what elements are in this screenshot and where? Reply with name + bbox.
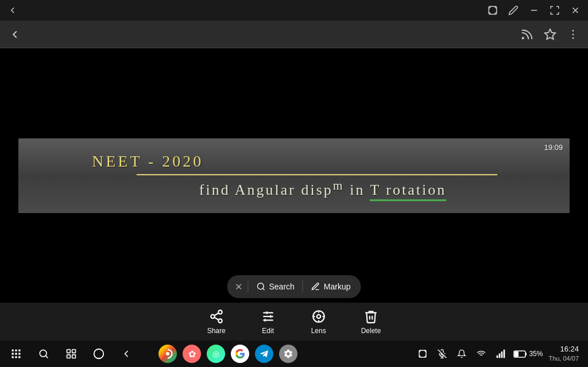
svg-point-44 [166,352,169,356]
svg-rect-34 [12,356,14,358]
svg-line-10 [263,288,265,290]
browser-bar [0,21,588,48]
svg-rect-39 [67,350,71,353]
apps-icon[interactable] [9,347,23,361]
svg-rect-56 [525,353,527,356]
svg-point-8 [572,37,574,39]
snapchat-app-icon[interactable]: ✿ [183,345,201,363]
chalkboard-line2: find Angular dispm in T rotation [199,181,446,198]
svg-line-14 [214,318,218,320]
top-os-bar [0,0,588,21]
svg-line-38 [46,356,48,358]
svg-line-15 [214,313,218,315]
svg-rect-29 [15,350,17,351]
home-icon[interactable] [92,347,106,361]
back-button[interactable] [7,5,18,16]
svg-marker-5 [545,29,555,38]
svg-rect-36 [18,356,20,358]
svg-rect-51 [499,353,501,358]
context-popup: ✕ Search Markup [227,275,361,298]
google-app-icon[interactable] [231,345,249,363]
svg-point-13 [218,319,222,323]
back-nav-icon[interactable] [119,347,133,361]
browser-back-button[interactable] [7,26,23,43]
main-content: 19:09 NEET - 2020 find Angular dispm in … [0,48,588,303]
svg-rect-4 [522,37,524,39]
system-status: 35% 16:24 Thu, 04/07 [416,345,579,362]
chalkboard-line1: NEET - 2020 [92,152,203,171]
svg-point-11 [218,310,222,314]
svg-rect-53 [504,350,505,358]
svg-point-37 [40,350,47,357]
svg-rect-31 [12,353,14,354]
svg-rect-32 [15,353,17,354]
svg-rect-42 [72,355,76,358]
pen-icon[interactable] [508,5,519,16]
cast-icon[interactable] [519,26,535,43]
more-options-icon[interactable] [565,26,581,43]
svg-point-6 [572,30,574,32]
edit-icon [260,308,276,324]
svg-rect-28 [12,350,14,351]
status-screenshot-icon [416,347,430,361]
system-nav-bar: ✿ ◎ [0,341,588,367]
video-timestamp: 19:09 [544,143,563,152]
minimize-icon[interactable] [528,5,540,16]
svg-rect-35 [15,356,17,358]
notification-icon [455,347,469,361]
svg-point-43 [94,349,104,359]
svg-point-7 [572,33,574,35]
lens-button[interactable]: Lens [311,308,327,335]
svg-rect-41 [67,355,71,358]
lens-icon [311,308,327,324]
svg-point-12 [211,315,215,319]
chalkboard-display: 19:09 NEET - 2020 find Angular dispm in … [18,138,570,213]
delete-button[interactable]: Delete [361,308,381,335]
mute-icon [435,347,449,361]
svg-rect-55 [514,351,519,357]
svg-rect-52 [501,351,503,358]
battery-percentage: 35% [529,350,543,358]
markup-button[interactable]: Markup [303,277,359,296]
svg-rect-30 [18,350,20,351]
signal-icon [494,347,508,361]
popup-close-button[interactable]: ✕ [229,277,247,296]
svg-rect-50 [497,356,498,358]
share-icon [208,308,225,324]
photos-app-icon[interactable] [158,345,177,363]
share-button[interactable]: Share [207,308,226,335]
bottom-toolbar: Share Edit Lens [0,303,588,341]
svg-rect-40 [72,350,76,353]
delete-icon [363,308,379,324]
dart-app-icon[interactable]: ◎ [207,345,225,363]
svg-rect-33 [18,353,20,354]
battery-status: 35% [513,350,543,358]
system-clock: 16:24 Thu, 04/07 [548,345,579,362]
search-nav-icon[interactable] [37,347,51,361]
svg-point-9 [257,283,264,289]
close-icon[interactable] [570,5,581,16]
search-button[interactable]: Search [248,277,302,296]
bookmark-icon[interactable] [542,26,558,43]
resize-icon[interactable] [549,5,560,16]
edit-button[interactable]: Edit [260,308,276,335]
telegram-app-icon[interactable] [255,345,273,363]
wifi-icon [474,347,488,361]
settings-app-icon[interactable] [279,345,297,363]
screenshot-icon[interactable] [487,5,498,16]
svg-point-23 [316,315,320,319]
overview-icon[interactable] [64,347,78,361]
